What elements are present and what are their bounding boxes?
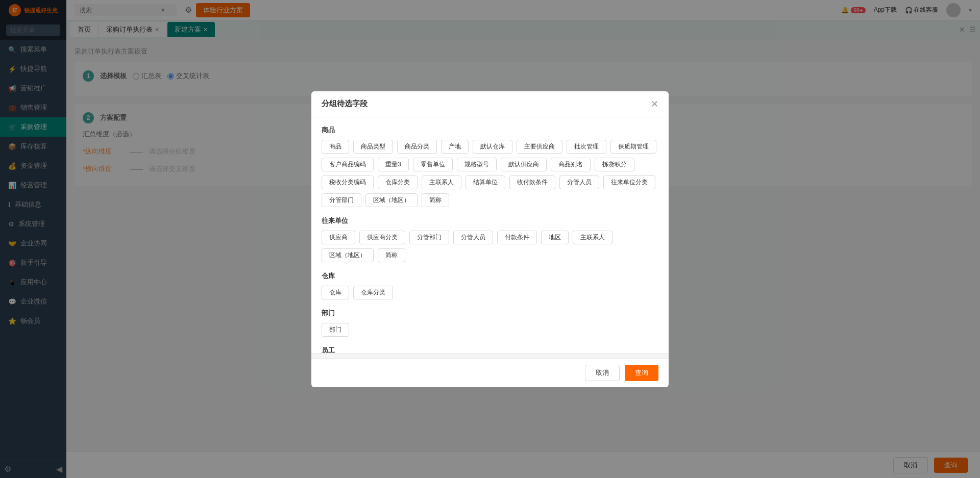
modal-body[interactable]: 商品商品商品类型商品分类产地默认仓库主要供应商批次管理保质期管理客户商品编码重量… xyxy=(311,117,669,354)
field-tag[interactable]: 拣货积分 xyxy=(595,158,634,171)
field-tag[interactable]: 默认供应商 xyxy=(501,158,547,171)
section-title-product: 商品 xyxy=(322,125,658,135)
field-tag[interactable]: 批次管理 xyxy=(567,140,606,154)
section-warehouse: 仓库仓库仓库分类 xyxy=(322,271,658,299)
section-department: 部门部门 xyxy=(322,309,658,337)
cancel-button[interactable]: 取消 xyxy=(585,365,620,381)
field-tag[interactable]: 区域（地区） xyxy=(322,248,374,262)
field-tag[interactable]: 分管部门 xyxy=(322,193,361,207)
field-tag[interactable]: 保质期管理 xyxy=(610,140,656,154)
field-tag[interactable]: 部门 xyxy=(322,323,349,337)
field-tags-warehouse: 仓库仓库分类 xyxy=(322,286,658,299)
field-tag[interactable]: 区域（地区） xyxy=(365,193,418,207)
field-tag[interactable]: 供应商分类 xyxy=(359,231,405,244)
field-tag[interactable]: 供应商 xyxy=(322,231,355,244)
field-tags-product: 商品商品类型商品分类产地默认仓库主要供应商批次管理保质期管理客户商品编码重量3零… xyxy=(322,140,658,207)
section-partner: 往来单位供应商供应商分类分管部门分管人员付款条件地区主联系人区域（地区）简称 xyxy=(322,216,658,262)
modal-title: 分组待选字段 xyxy=(322,99,368,109)
field-tag[interactable]: 结算单位 xyxy=(465,175,505,189)
field-tag[interactable]: 规格型号 xyxy=(457,158,497,171)
field-tag[interactable]: 仓库分类 xyxy=(353,286,393,299)
field-tags-partner: 供应商供应商分类分管部门分管人员付款条件地区主联系人区域（地区）简称 xyxy=(322,231,658,262)
field-tag[interactable]: 简称 xyxy=(422,193,449,207)
section-employee: 员工业务员 xyxy=(322,346,658,354)
field-tag[interactable]: 分管部门 xyxy=(409,231,449,244)
modal-header: 分组待选字段 ✕ xyxy=(311,91,669,117)
field-tag[interactable]: 产地 xyxy=(441,140,469,154)
modal-close-button[interactable]: ✕ xyxy=(651,98,658,110)
field-tag[interactable]: 商品分类 xyxy=(397,140,437,154)
field-tag[interactable]: 主要供应商 xyxy=(517,140,562,154)
field-tag[interactable]: 分管人员 xyxy=(559,175,599,189)
field-tag[interactable]: 主联系人 xyxy=(573,231,612,244)
field-tag[interactable]: 商品别名 xyxy=(551,158,591,171)
modal-horizontal-scrollbar[interactable] xyxy=(311,353,669,358)
field-tag[interactable]: 主联系人 xyxy=(422,175,461,189)
field-tag[interactable]: 仓库分类 xyxy=(378,175,418,189)
field-tag[interactable]: 客户商品编码 xyxy=(322,158,374,171)
section-title-employee: 员工 xyxy=(322,346,658,354)
section-title-warehouse: 仓库 xyxy=(322,271,658,281)
field-tag[interactable]: 往来单位分类 xyxy=(603,175,655,189)
field-tag[interactable]: 简称 xyxy=(378,248,405,262)
confirm-button[interactable]: 查询 xyxy=(625,365,658,381)
field-tag[interactable]: 仓库 xyxy=(322,286,349,299)
field-tag[interactable]: 分管人员 xyxy=(453,231,493,244)
field-tag[interactable]: 商品 xyxy=(322,140,349,154)
section-product: 商品商品商品类型商品分类产地默认仓库主要供应商批次管理保质期管理客户商品编码重量… xyxy=(322,125,658,207)
modal-footer: 取消 查询 xyxy=(311,358,669,387)
field-tag[interactable]: 收付款条件 xyxy=(509,175,555,189)
field-tag[interactable]: 税收分类编码 xyxy=(322,175,374,189)
section-title-partner: 往来单位 xyxy=(322,216,658,225)
field-tag[interactable]: 默认仓库 xyxy=(473,140,512,154)
field-select-modal: 分组待选字段 ✕ 商品商品商品类型商品分类产地默认仓库主要供应商批次管理保质期管… xyxy=(311,91,669,387)
field-tag[interactable]: 地区 xyxy=(541,231,569,244)
section-title-department: 部门 xyxy=(322,309,658,318)
field-tag[interactable]: 商品类型 xyxy=(353,140,393,154)
field-tag[interactable]: 零售单位 xyxy=(413,158,453,171)
modal-overlay: 分组待选字段 ✕ 商品商品商品类型商品分类产地默认仓库主要供应商批次管理保质期管… xyxy=(0,0,980,478)
field-tag[interactable]: 付款条件 xyxy=(497,231,537,244)
field-tags-department: 部门 xyxy=(322,323,658,337)
field-tag[interactable]: 重量3 xyxy=(378,158,409,171)
